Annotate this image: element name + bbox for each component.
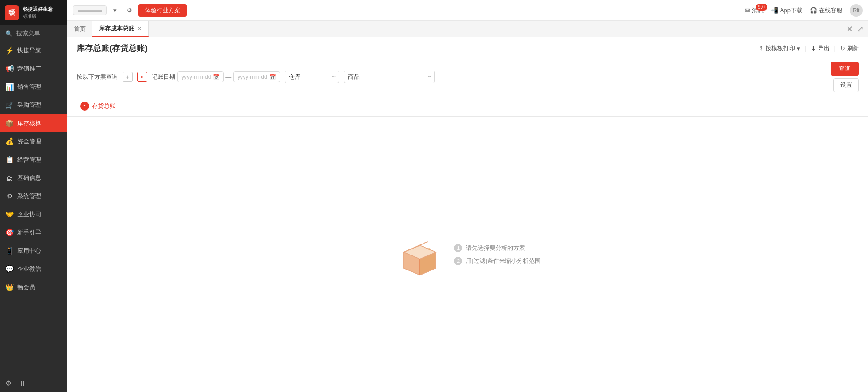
svg-point-10 [424, 242, 425, 244]
tab-inventory-ledger[interactable]: 库存成本总账 × [92, 21, 149, 37]
member-icon: 👑 [5, 283, 14, 291]
page-title-row: 库存总账(存货总账) 🖨 按模板打印 ▾ | ⬇ 导出 | ↻ [77, 43, 859, 54]
refresh-icon: ↻ [840, 45, 845, 52]
sidebar-item-system[interactable]: ⚙ 系统管理 [0, 187, 67, 205]
purchase-icon: 🛒 [5, 101, 14, 109]
user-profile[interactable]: Rit [850, 4, 863, 17]
industry-btn[interactable]: 体验行业方案 [138, 4, 187, 17]
system-icon: ⚙ [5, 192, 14, 200]
goods-filter[interactable]: 商品 ··· [344, 71, 435, 83]
main-area: ▬▬▬▬ ▾ ⚙ 体验行业方案 ✉ 消息 99+ 📲 App下载 🎧 在线客服 [67, 0, 868, 392]
hint-num-2: 2 [454, 257, 462, 265]
sidebar-item-finance[interactable]: 💰 资金管理 [0, 132, 67, 151]
refresh-action[interactable]: ↻ 刷新 [840, 44, 859, 52]
app-download-action[interactable]: 📲 App下载 [771, 6, 802, 15]
sidebar: 畅 畅捷通好生意 标准版 🔍 搜索菜单 ⚡ 快捷导航 📢 营销推广 📊 销售管理… [0, 0, 67, 392]
search-menu[interactable]: 🔍 搜索菜单 [0, 25, 67, 41]
sidebar-item-shortcut[interactable]: ⚡ 快捷导航 [0, 41, 67, 60]
date-end-input[interactable]: yyyy-mm-dd 📅 [233, 71, 280, 82]
sidebar-item-marketing[interactable]: 📢 营销推广 [0, 60, 67, 78]
search-icon: 🔍 [5, 30, 13, 37]
export-icon: ⬇ [811, 45, 816, 52]
topbar-settings-btn[interactable]: ⚙ [123, 4, 136, 17]
topbar-right: ✉ 消息 99+ 📲 App下载 🎧 在线客服 Rit [745, 4, 863, 17]
panel-close: ✕ ⤢ [842, 24, 868, 34]
settings-bottom-icon[interactable]: ⚙ [5, 379, 12, 387]
sidebar-item-member[interactable]: 👑 畅会员 [0, 278, 67, 296]
app-logo: 畅 畅捷通好生意 标准版 [0, 0, 67, 25]
message-icon: ✉ [745, 7, 750, 14]
empty-illustration [395, 232, 440, 277]
shortcut-icon: ⚡ [5, 46, 14, 55]
filter-add-btn[interactable]: + [123, 72, 133, 82]
date-filter: 记账日期 yyyy-mm-dd 📅 — yyyy-mm-dd 📅 [152, 71, 280, 82]
sales-icon: 📊 [5, 83, 14, 91]
online-support-action[interactable]: 🎧 在线客服 [810, 6, 842, 15]
headset-icon: 🎧 [810, 7, 817, 14]
app-download-icon: 📲 [771, 7, 778, 14]
sidebar-item-purchase[interactable]: 🛒 采购管理 [0, 96, 67, 114]
print-icon: 🖨 [758, 45, 764, 52]
sidebar-item-newguide[interactable]: 🎯 新手引导 [0, 224, 67, 242]
svg-text:↻: ↻ [83, 104, 87, 108]
hint-num-1: 1 [454, 244, 462, 252]
message-badge: 99+ [756, 4, 767, 11]
topbar-left: ▬▬▬▬ ▾ ⚙ 体验行业方案 [73, 4, 741, 17]
page-title: 库存总账(存货总账) [77, 43, 148, 54]
scheme-selector: ↻ 存货总账 [77, 97, 859, 116]
page-actions: 🖨 按模板打印 ▾ | ⬇ 导出 | ↻ 刷新 [758, 44, 859, 52]
scheme-icon: ↻ [80, 102, 89, 111]
calendar-end-icon: 📅 [269, 74, 276, 80]
date-start-input[interactable]: yyyy-mm-dd 📅 [177, 71, 224, 82]
empty-state: 1 请先选择要分析的方案 2 用[过滤]条件来缩小分析范围 [67, 117, 868, 392]
newguide-icon: 🎯 [5, 229, 14, 237]
action-divider-2: | [834, 45, 836, 52]
marketing-icon: 📢 [5, 65, 14, 73]
sidebar-item-sales[interactable]: 📊 销售管理 [0, 78, 67, 96]
export-action[interactable]: ⬇ 导出 [811, 44, 830, 52]
message-action[interactable]: ✉ 消息 99+ [745, 6, 764, 15]
breadcrumb-text: ▬▬▬▬ [78, 7, 102, 14]
print-action[interactable]: 🖨 按模板打印 ▾ [758, 44, 800, 52]
finance-icon: 💰 [5, 137, 14, 146]
calendar-start-icon: 📅 [213, 74, 220, 80]
nav-dropdown-btn[interactable]: ▾ [109, 5, 120, 16]
sidebar-item-enterprise[interactable]: 🤝 企业协同 [0, 205, 67, 224]
sidebar-bottom: ⚙ ⏸ [0, 374, 67, 392]
tabbar: 首页 库存成本总账 × ✕ ⤢ [67, 21, 868, 37]
date-label: 记账日期 [152, 73, 175, 81]
enterprise-icon: 🤝 [5, 210, 14, 219]
wechat-icon: 💬 [5, 265, 14, 273]
topbar: ▬▬▬▬ ▾ ⚙ 体验行业方案 ✉ 消息 99+ 📲 App下载 🎧 在线客服 [67, 0, 868, 21]
tab-close-btn[interactable]: × [137, 25, 142, 32]
close-panel-icon[interactable]: ✕ [846, 24, 853, 34]
content-area: 库存总账(存货总账) 🖨 按模板打印 ▾ | ⬇ 导出 | ↻ [67, 37, 868, 392]
operation-icon: 📋 [5, 156, 14, 164]
basic-icon: 🗂 [5, 174, 14, 182]
collapse-icon[interactable]: ⏸ [19, 379, 26, 387]
sidebar-item-wechat[interactable]: 💬 企业微信 [0, 260, 67, 278]
warehouse-filter[interactable]: 仓库 ··· [285, 71, 339, 83]
sidebar-item-appcenter[interactable]: 📱 应用中心 [0, 242, 67, 260]
query-btn[interactable]: 查询 [831, 62, 859, 76]
hint-item-2: 2 用[过滤]条件来缩小分析范围 [454, 257, 540, 265]
expand-icon[interactable]: ⤢ [857, 24, 863, 34]
nav-list: ⚡ 快捷导航 📢 营销推广 📊 销售管理 🛒 采购管理 📦 库存核算 💰 资金管… [0, 41, 67, 374]
settings-action-btn[interactable]: 设置 [833, 78, 859, 92]
sidebar-item-inventory[interactable]: 📦 库存核算 [0, 114, 67, 132]
filter-collapse-btn[interactable]: « [137, 72, 147, 82]
empty-inner: 1 请先选择要分析的方案 2 用[过滤]条件来缩小分析范围 [395, 232, 540, 277]
app-name: 畅捷通好生意 标准版 [23, 6, 53, 19]
action-divider-1: | [805, 45, 806, 52]
filter-row: 按以下方案查询 + « 记账日期 yyyy-mm-dd 📅 — yyyy-mm-… [77, 58, 859, 97]
sidebar-item-basic[interactable]: 🗂 基础信息 [0, 169, 67, 187]
appcenter-icon: 📱 [5, 247, 14, 255]
sidebar-item-operation[interactable]: 📋 经营管理 [0, 151, 67, 169]
scheme-item[interactable]: ↻ 存货总账 [77, 100, 119, 112]
page-header: 库存总账(存货总账) 🖨 按模板打印 ▾ | ⬇ 导出 | ↻ [67, 37, 868, 117]
tab-home[interactable]: 首页 [67, 21, 92, 37]
breadcrumb[interactable]: ▬▬▬▬ [73, 5, 107, 15]
inventory-icon: 📦 [5, 119, 14, 127]
empty-text: 1 请先选择要分析的方案 2 用[过滤]条件来缩小分析范围 [454, 244, 540, 265]
warehouse-more-icon: ··· [332, 73, 335, 81]
